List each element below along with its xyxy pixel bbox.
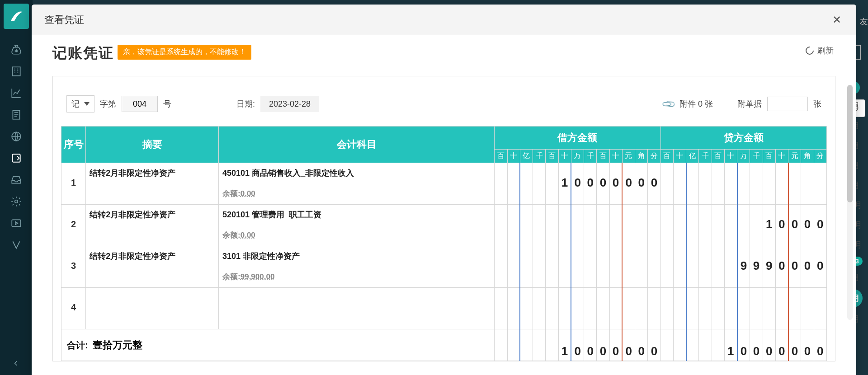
digit-cell [788, 163, 801, 205]
v-icon[interactable] [10, 239, 23, 251]
digit-cell [788, 288, 801, 329]
row-seq: 1 [61, 163, 86, 205]
chevron-down-icon [84, 102, 90, 106]
digit-cell: 1 [763, 205, 775, 246]
digit-cell [584, 205, 597, 246]
unit-header: 万 [571, 150, 584, 163]
digit-cell: 0 [635, 163, 648, 205]
digit-cell: 0 [737, 329, 750, 361]
refresh-label: 刷新 [817, 45, 834, 56]
digit-cell [533, 329, 546, 361]
left-sidebar [0, 0, 33, 375]
digit-cell [673, 205, 686, 246]
digit-cell [712, 246, 724, 288]
unit-header: 十 [724, 150, 737, 163]
digit-cell [635, 246, 648, 288]
digit-cell [558, 288, 571, 329]
voucher-type-select[interactable]: 记 [66, 95, 94, 112]
row-seq: 2 [61, 205, 86, 246]
digit-cell [686, 329, 699, 361]
warning-tag: 亲，该凭证是系统生成的，不能修改！ [118, 45, 251, 60]
building-icon[interactable] [10, 65, 23, 78]
globe-icon[interactable] [10, 130, 23, 143]
digit-cell [507, 205, 520, 246]
refresh-button[interactable]: 刷新 [806, 45, 834, 56]
digit-cell [520, 205, 533, 246]
unit-header: 亿 [686, 150, 699, 163]
digit-cell [660, 163, 673, 205]
unit-header: 百 [495, 150, 507, 163]
chart-icon[interactable] [10, 87, 23, 99]
digit-cell: 0 [788, 329, 801, 361]
digit-cell [533, 246, 546, 288]
row-subject[interactable]: 3101 非限定性净资产余额:99,900.00 [219, 246, 495, 288]
slip-count-input[interactable] [767, 97, 808, 111]
digit-cell [546, 288, 558, 329]
digit-cell [814, 163, 826, 205]
digit-cell [495, 288, 507, 329]
digit-cell [520, 288, 533, 329]
digit-cell: 0 [788, 205, 801, 246]
digit-cell: 0 [763, 329, 775, 361]
digit-cell [724, 288, 737, 329]
unit-header: 角 [635, 150, 648, 163]
digit-cell: 0 [635, 329, 648, 361]
scrollbar[interactable] [847, 85, 853, 320]
voucher-number-input[interactable] [122, 96, 158, 112]
money-bag-icon[interactable] [10, 43, 23, 56]
digit-cell: 1 [724, 329, 737, 361]
close-icon[interactable]: ✕ [830, 13, 844, 27]
digit-cell [622, 205, 635, 246]
digit-cell [750, 163, 763, 205]
row-seq: 4 [61, 288, 86, 329]
unit-header: 元 [788, 150, 801, 163]
inbox-icon[interactable] [10, 173, 23, 186]
table-row: 4 [61, 288, 827, 329]
digit-cell [622, 246, 635, 288]
digit-cell: 0 [801, 246, 814, 288]
digit-cell [609, 288, 622, 329]
digit-cell: 0 [597, 329, 609, 361]
app-logo[interactable] [4, 4, 29, 29]
digit-cell [622, 288, 635, 329]
digit-cell [699, 288, 712, 329]
modal-header: 查看凭证 ✕ [32, 5, 856, 35]
voucher-meta: 记 字第 号 日期: 📎 附件 0 张 附单据 张 [61, 95, 827, 112]
gear-icon[interactable] [10, 195, 23, 208]
voucher-date-input[interactable] [260, 96, 319, 112]
unit-header: 万 [737, 150, 750, 163]
digit-cell [814, 288, 826, 329]
unit-header: 十 [609, 150, 622, 163]
unit-header: 百 [712, 150, 724, 163]
video-icon[interactable] [10, 217, 23, 230]
col-subject: 会计科目 [219, 127, 495, 163]
collapse-icon[interactable] [10, 357, 23, 370]
digit-cell [571, 288, 584, 329]
digit-cell: 9 [763, 246, 775, 288]
row-subject[interactable]: 450101 商品销售收入_非限定性收入余额:0.00 [219, 163, 495, 205]
row-seq: 3 [61, 246, 86, 288]
digit-cell: 0 [814, 205, 826, 246]
row-summary[interactable]: 结转2月非限定性净资产 [86, 163, 219, 205]
digit-cell [546, 163, 558, 205]
row-summary[interactable]: 结转2月非限定性净资产 [86, 205, 219, 246]
unit-header: 千 [699, 150, 712, 163]
digit-cell [546, 246, 558, 288]
table-row: 3结转2月非限定性净资产3101 非限定性净资产余额:99,900.009990… [61, 246, 827, 288]
scrollbar-thumb[interactable] [847, 85, 853, 202]
digit-cell: 1 [558, 163, 571, 205]
row-subject[interactable]: 520101 管理费用_职工工资余额:0.00 [219, 205, 495, 246]
voucher-icon[interactable] [10, 152, 23, 164]
digit-cell [686, 288, 699, 329]
row-summary[interactable]: 结转2月非限定性净资产 [86, 246, 219, 288]
digit-cell: 0 [571, 163, 584, 205]
unit-header: 十 [775, 150, 788, 163]
digit-cell [571, 246, 584, 288]
row-subject[interactable] [219, 288, 495, 329]
digit-cell [801, 163, 814, 205]
total-row: 合计: 壹拾万元整1000000010000000 [61, 329, 827, 361]
page-title: 记账凭证 [52, 43, 114, 63]
row-summary[interactable] [86, 288, 219, 329]
refresh-icon [804, 45, 815, 56]
receipt-icon[interactable] [10, 108, 23, 121]
